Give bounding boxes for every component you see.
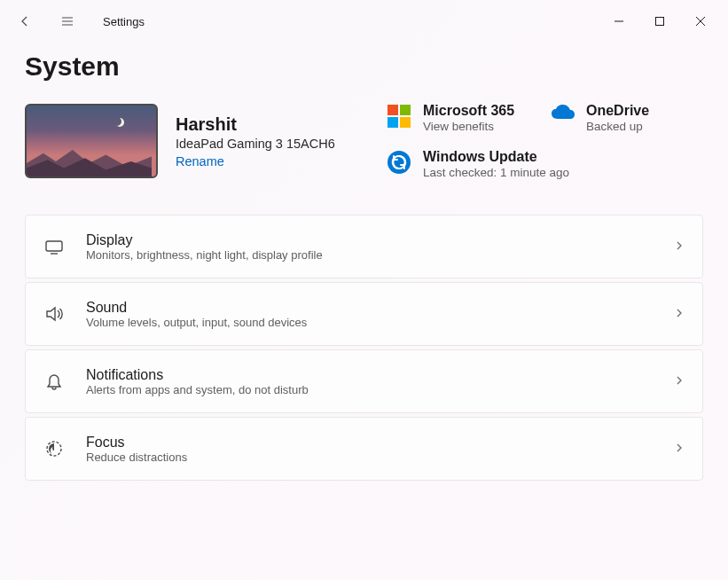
- device-model: IdeaPad Gaming 3 15ACH6: [176, 137, 335, 151]
- moon-decoration: [115, 118, 124, 127]
- svg-point-1: [387, 151, 411, 174]
- nav-menu-button[interactable]: [50, 4, 85, 39]
- close-button[interactable]: [680, 7, 721, 35]
- chevron-right-icon: [674, 443, 685, 453]
- windows-update-card[interactable]: Windows Update Last checked: 1 minute ag…: [387, 149, 703, 179]
- list-item-focus[interactable]: FocusReduce distractions: [25, 417, 703, 481]
- rename-link[interactable]: Rename: [176, 154, 335, 169]
- refresh-icon: [387, 151, 411, 174]
- page-title: System: [25, 51, 728, 82]
- device-name: Harshit: [176, 114, 335, 135]
- item-title: Display: [86, 232, 323, 248]
- app-title: Settings: [103, 15, 145, 28]
- settings-list: DisplayMonitors, brightness, night light…: [0, 215, 728, 481]
- list-item-notifications[interactable]: NotificationsAlerts from apps and system…: [25, 349, 703, 413]
- item-subtitle: Volume levels, output, input, sound devi…: [86, 316, 307, 329]
- back-button[interactable]: [7, 4, 43, 39]
- arrow-left-icon: [18, 14, 32, 28]
- chevron-right-icon: [674, 308, 685, 318]
- onedrive-subtitle: Backed up: [586, 120, 649, 133]
- list-item-sound[interactable]: SoundVolume levels, output, input, sound…: [25, 282, 703, 346]
- microsoft-logo-icon: [387, 105, 411, 128]
- ms365-subtitle: View benefits: [423, 120, 514, 133]
- maximize-icon: [655, 17, 664, 26]
- onedrive-icon: [551, 105, 575, 122]
- minimize-icon: [614, 17, 623, 26]
- hamburger-icon: [60, 14, 74, 28]
- item-subtitle: Reduce distractions: [86, 451, 187, 464]
- display-icon: [44, 237, 64, 256]
- item-subtitle: Alerts from apps and system, do not dist…: [86, 383, 309, 396]
- mountains-decoration: [27, 148, 152, 176]
- ms365-title: Microsoft 365: [423, 103, 514, 119]
- item-title: Focus: [86, 435, 187, 451]
- list-item-display[interactable]: DisplayMonitors, brightness, night light…: [25, 215, 703, 278]
- desktop-preview[interactable]: [25, 104, 158, 178]
- item-subtitle: Monitors, brightness, night light, displ…: [86, 248, 323, 262]
- titlebar: Settings: [0, 0, 728, 43]
- window-controls: [599, 7, 721, 35]
- item-title: Notifications: [86, 367, 309, 383]
- chevron-right-icon: [674, 375, 685, 386]
- svg-rect-0: [656, 18, 664, 26]
- close-icon: [696, 17, 705, 26]
- ms365-card[interactable]: Microsoft 365 View benefits: [387, 103, 540, 133]
- chevron-right-icon: [674, 240, 685, 251]
- onedrive-title: OneDrive: [586, 103, 649, 119]
- winupdate-title: Windows Update: [423, 149, 569, 165]
- winupdate-subtitle: Last checked: 1 minute ago: [423, 166, 569, 179]
- sound-icon: [44, 304, 64, 324]
- item-title: Sound: [86, 300, 307, 316]
- bell-icon: [44, 372, 64, 391]
- svg-rect-2: [46, 241, 62, 251]
- onedrive-card[interactable]: OneDrive Backed up: [551, 103, 703, 133]
- maximize-button[interactable]: [639, 7, 680, 35]
- focus-icon: [44, 439, 64, 459]
- minimize-button[interactable]: [599, 7, 639, 35]
- device-block: Harshit IdeaPad Gaming 3 15ACH6 Rename: [25, 103, 366, 179]
